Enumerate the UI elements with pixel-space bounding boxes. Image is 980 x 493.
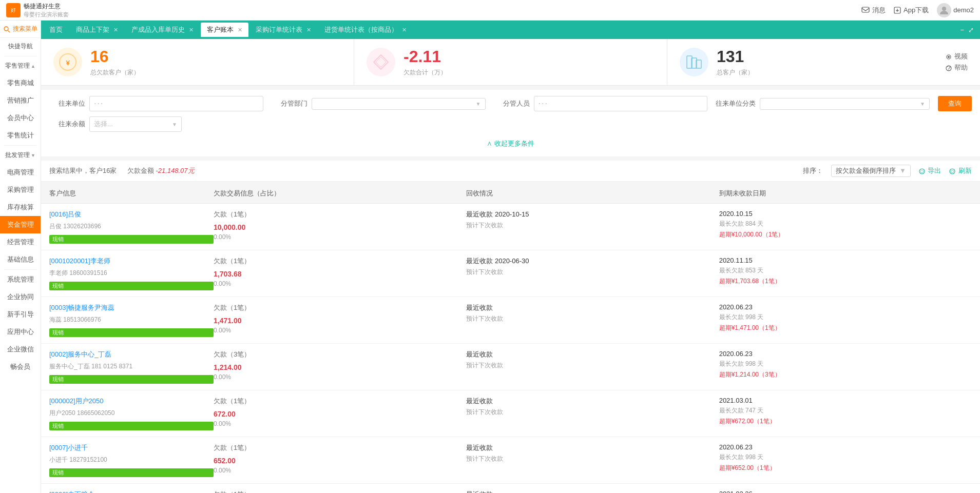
tab-close-customer[interactable]: ✕ — [238, 27, 242, 33]
debt-cell-6: 欠款（1笔） 455.90 0.00% — [214, 490, 466, 493]
balance-input[interactable]: 选择... ▼ — [89, 116, 182, 132]
stat-actions: 视频 ? 帮助 — [946, 52, 968, 72]
filter-unit-type: 往来单位分类 ▼ — [716, 98, 930, 110]
tab-close-stock[interactable]: ✕ — [402, 27, 407, 33]
search-button[interactable]: 查询 — [938, 96, 972, 111]
sidebar-item-vip[interactable]: 畅会员 — [0, 358, 41, 376]
sidebar-item-operations[interactable]: 经营管理 — [0, 233, 41, 251]
filter-row-1: 往来单位 ··· 分管部门 ▼ — [49, 96, 972, 111]
overdue-cell-1: 2020.11.15 最长欠款 853 天 超期¥1,703.68（1笔） — [719, 257, 972, 286]
user-avatar[interactable]: demo2 — [937, 3, 974, 17]
overdue-link-4[interactable]: 超期¥672.00（1笔） — [719, 417, 972, 426]
payback-cell-5: 最近收款 预计下次收款 — [466, 443, 719, 463]
table-row: [0003]畅捷服务尹海蕊 海蕊 18513066976 现销 欠款（1笔） 1… — [41, 297, 980, 344]
table-row: [0002]服务中心_丁磊 服务中心_丁磊 181 0125 8371 现销 欠… — [41, 344, 980, 390]
customer-badge-1: 现销 — [49, 282, 214, 290]
debt-ratio-5: 0.00% — [214, 467, 466, 474]
customer-name-1[interactable]: [0001020001]李老师 — [49, 257, 214, 266]
overdue-link-0[interactable]: 超期¥10,000.00（1笔） — [719, 230, 972, 239]
sidebar-item-retail-mall[interactable]: 零售商城 — [0, 74, 41, 92]
customer-cell-3: [0002]服务中心_丁磊 服务中心_丁磊 181 0125 8371 现销 — [49, 350, 214, 384]
sidebar-item-members[interactable]: 会员中心 — [0, 109, 41, 127]
customer-name-0[interactable]: [0016]吕俊 — [49, 210, 214, 219]
sidebar-item-wechat[interactable]: 企业微信 — [0, 341, 41, 358]
payback-cell-4: 最近收款 预计下次收款 — [466, 397, 719, 417]
tab-purchase-stats[interactable]: 采购订单统计表 ✕ — [249, 23, 317, 37]
payback-cell-6: 最近收款 预计下次收款 — [466, 490, 719, 493]
debt-cell-2: 欠款（1笔） 1,471.00 0.00% — [214, 303, 466, 334]
customer-cell-4: [000002]用户2050 用户2050 18665062050 现销 — [49, 397, 214, 430]
message-btn[interactable]: 消息 — [861, 6, 886, 15]
tab-stock-stats[interactable]: 进货单统计表（按商品） ✕ — [318, 23, 413, 37]
stat-amount-label: 欠款合计（万） — [403, 68, 447, 77]
tab-minimize-btn[interactable]: − — [960, 26, 964, 34]
stat-amount-number: -2.11 — [403, 47, 447, 66]
sidebar-item-app-center[interactable]: 应用中心 — [0, 323, 41, 341]
customer-name-2[interactable]: [0003]畅捷服务尹海蕊 — [49, 303, 214, 312]
tab-home[interactable]: 首页 — [43, 23, 69, 37]
tab-goods-on-off[interactable]: 商品上下架 ✕ — [70, 23, 124, 37]
tab-maximize-btn[interactable]: ⤢ — [968, 26, 974, 34]
from-unit-input[interactable]: ··· — [89, 96, 263, 111]
svg-line-4 — [8, 30, 10, 32]
tab-product-history[interactable]: 产成品入库单历史 ✕ — [125, 23, 200, 37]
dept-label: 分管部门 — [272, 99, 308, 108]
overdue-link-2[interactable]: 超期¥1,471.00（1笔） — [719, 324, 972, 332]
customer-name-6[interactable]: [0006]去下粮仓 — [49, 490, 214, 493]
sidebar-item-batch-mgmt[interactable]: 批发管理 ▼ — [0, 147, 41, 164]
sidebar-item-purchase[interactable]: 采购管理 — [0, 181, 41, 199]
customer-badge-4: 现销 — [49, 422, 214, 430]
view-btn[interactable]: 视频 — [946, 52, 968, 61]
customer-sub-0: 吕俊 13026203696 — [49, 222, 214, 231]
customer-badge-5: 现销 — [49, 468, 214, 477]
tab-close-product[interactable]: ✕ — [189, 27, 194, 33]
sidebar-item-ecommerce[interactable]: 电商管理 — [0, 164, 41, 181]
export-btn[interactable]: ○ 导出 — [919, 166, 941, 175]
svg-point-2 — [942, 7, 946, 11]
stat-total-number: 131 — [717, 47, 754, 66]
avatar-icon — [937, 3, 951, 17]
results-bar: 搜索结果中，客户16家 欠款金额 -21,148.07元 排序： 按欠款金额倒序… — [41, 161, 980, 182]
sidebar-search-area[interactable]: 搜索菜单 — [0, 21, 41, 38]
svg-text:○: ○ — [920, 168, 924, 174]
app-download-btn[interactable]: App下载 — [894, 6, 929, 15]
refresh-btn[interactable]: ○ 刷新 — [949, 166, 972, 175]
sidebar-item-marketing[interactable]: 营销推广 — [0, 92, 41, 109]
debt-cell-5: 欠款（1笔） 652.00 0.00% — [214, 443, 466, 474]
stat-icon-amount — [367, 48, 395, 76]
sidebar-item-finance[interactable]: 资金管理 — [0, 216, 41, 233]
table-row: [0001020001]李老师 李老师 18600391516 现销 欠款（1笔… — [41, 250, 980, 297]
tab-close-purchase[interactable]: ✕ — [306, 27, 311, 33]
dept-input[interactable]: ▼ — [312, 98, 486, 110]
sidebar-item-inventory[interactable]: 库存核算 — [0, 199, 41, 216]
overdue-link-3[interactable]: 超期¥1,214.00（3笔） — [719, 370, 972, 379]
sidebar-item-basic-info[interactable]: 基础信息 — [0, 251, 41, 268]
sidebar-item-newbie[interactable]: 新手引导 — [0, 306, 41, 323]
sidebar-item-enterprise[interactable]: 企业协同 — [0, 288, 41, 306]
sidebar-item-quick-nav[interactable]: 快捷导航 — [0, 38, 41, 55]
collapse-icon: ∧ — [487, 140, 494, 147]
sidebar-item-retail-mgmt[interactable]: 零售管理 ▲ — [0, 57, 41, 74]
sidebar-item-retail-stats[interactable]: 零售统计 — [0, 127, 41, 144]
stat-overdue-label: 总欠款客户（家） — [90, 68, 140, 77]
balance-label: 往来余额 — [49, 120, 85, 129]
logo-icon: 好 — [6, 3, 21, 17]
svg-text:¥: ¥ — [65, 59, 70, 67]
page-content: ¥ 16 总欠款客户（家） -2.11 欠款合计（万） — [41, 39, 980, 493]
customer-name-3[interactable]: [0002]服务中心_丁磊 — [49, 350, 214, 359]
customer-name-5[interactable]: [0007]小进千 — [49, 443, 214, 452]
sort-select[interactable]: 按欠款金额倒序排序 ▼ — [831, 165, 911, 177]
filter-person: 分管人员 ··· — [494, 96, 708, 111]
overdue-link-1[interactable]: 超期¥1,703.68（1笔） — [719, 277, 972, 286]
tab-customer-account[interactable]: 客户账本 ✕ — [201, 23, 248, 37]
customer-name-4[interactable]: [000002]用户2050 — [49, 397, 214, 406]
collapse-bar[interactable]: ∧ 收起更多条件 — [49, 137, 972, 150]
overdue-link-5[interactable]: 超期¥652.00（1笔） — [719, 464, 972, 472]
unit-type-input[interactable]: ▼ — [760, 98, 930, 110]
person-input[interactable]: ··· — [534, 96, 708, 111]
filter-dept: 分管部门 ▼ — [272, 98, 486, 110]
topbar-left: 好 畅捷通好生意 母婴行业演示账套 — [6, 2, 69, 18]
help-btn[interactable]: ? 帮助 — [946, 63, 968, 72]
tab-close-goods[interactable]: ✕ — [113, 27, 118, 33]
sidebar-item-system[interactable]: 系统管理 — [0, 271, 41, 288]
